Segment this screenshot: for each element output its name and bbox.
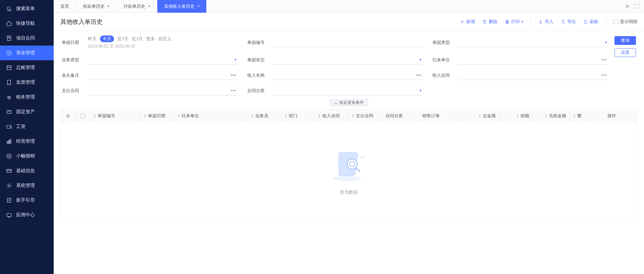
col-contract-class[interactable]: 合同分类 [382, 110, 419, 122]
import-button[interactable]: 导入 [538, 19, 553, 25]
sort-icon: ▲▼ [144, 114, 146, 118]
tab-home[interactable]: 首页 [54, 0, 76, 13]
biz-type-select[interactable]: ▾ [88, 55, 237, 65]
add-button[interactable]: 新增 [460, 19, 475, 25]
col-sales-order[interactable]: 销售订单 [419, 110, 463, 122]
tab-other-income-history[interactable]: 其他收入单历史 × [157, 0, 207, 13]
col-income-contract[interactable]: ▲▼收入合同 [315, 110, 348, 122]
col-staff[interactable]: ▲▼业务员 [248, 110, 281, 122]
more-icon: ••• [416, 73, 422, 78]
column-settings-button[interactable]: ⚙ [61, 110, 75, 122]
close-icon[interactable]: × [197, 4, 200, 9]
chevron-down-icon: ▾ [420, 88, 422, 93]
date-opt-today[interactable]: 今天 [100, 36, 114, 42]
col-tax[interactable]: ▲▼税额 [499, 110, 533, 122]
home-icon [6, 20, 12, 26]
fullscreen-icon[interactable]: ⛶ [634, 3, 639, 9]
sort-icon: ▲▼ [479, 114, 481, 118]
bill-no-input[interactable] [273, 38, 423, 47]
sidebar-item-ledger[interactable]: 总账管理 [0, 60, 54, 75]
date-opt-1m[interactable]: 近1月 [132, 36, 143, 42]
col-billdate[interactable]: ▲▼单据日期 [141, 110, 174, 122]
gear-icon: ⚙ [66, 113, 70, 119]
filter-panel: 单据日期 昨天 今天 近7天 近1月 更多 自定义 2023-06-02 至 2… [62, 36, 608, 95]
sidebar-item-tax[interactable]: 税务管理 [0, 90, 54, 105]
col-expense-contract[interactable]: ▲▼支出合同 [348, 110, 382, 122]
bill-status-select[interactable]: ▾ [273, 55, 423, 65]
svg-point-30 [333, 176, 361, 181]
sidebar-item-contract[interactable]: 项目合同 [0, 31, 54, 46]
col-billno[interactable]: ▲▼单据编号 [90, 110, 141, 122]
col-label: 部门 [289, 113, 298, 119]
sidebar-item-expense[interactable]: 小畅报销 [0, 149, 54, 163]
date-range-text: 2023-06-02 至 2023-06-02 [88, 44, 232, 49]
sidebar-item-asset[interactable]: 固定资产 [0, 105, 54, 119]
date-opt-7d[interactable]: 近7天 [117, 36, 128, 42]
more-icon: ••• [601, 57, 607, 62]
asset-icon [6, 109, 12, 115]
close-all-icon[interactable]: ✕ [625, 3, 630, 9]
guide-icon [6, 197, 12, 203]
close-icon[interactable]: × [107, 4, 110, 9]
sidebar-item-quicknav[interactable]: 快捷导航 [0, 16, 54, 31]
svg-rect-28 [506, 20, 508, 21]
chevron-up-icon: ︽ [334, 100, 337, 105]
sort-icon: ▲▼ [177, 114, 180, 118]
sidebar-item-salary[interactable]: 工资 [0, 119, 54, 134]
bill-type-select[interactable]: ▾ [459, 38, 608, 47]
sidebar-item-guide[interactable]: 新手引导 [0, 193, 54, 208]
money-icon: ¥ [6, 50, 12, 56]
sidebar-item-label: 应用中心 [16, 212, 35, 218]
sidebar-item-invoice[interactable]: 发票管理 [0, 75, 54, 90]
sidebar-item-label: 总账管理 [16, 65, 35, 71]
book-icon [6, 65, 12, 71]
sidebar-item-ops[interactable]: 经营管理 [0, 134, 54, 149]
sidebar-item-funds[interactable]: ¥ 资金管理 [0, 46, 54, 60]
print-button[interactable]: 打印 ▾ [505, 19, 523, 25]
filter-label-incomename: 收入名称 [247, 72, 273, 78]
sidebar-item-baseinfo[interactable]: 基础信息 [0, 163, 54, 178]
col-partner[interactable]: ▲▼往来单位 [174, 110, 248, 122]
tab-label: 收款单历史 [83, 3, 105, 9]
date-opt-custom[interactable]: 自定义 [158, 36, 171, 42]
svg-rect-16 [9, 140, 10, 143]
tab-label: 付款单历史 [123, 3, 145, 9]
col-notax[interactable]: ▲▼无税金额 [533, 110, 570, 122]
contract-class-select[interactable]: ▾ [273, 86, 423, 95]
expense-contract-input[interactable]: ••• [88, 86, 237, 95]
svg-rect-17 [10, 139, 11, 143]
select-all-checkbox[interactable] [75, 110, 90, 122]
tab-payment-history[interactable]: 付款单历史 × [117, 0, 157, 13]
col-total[interactable]: ▲▼总金额 [463, 110, 499, 122]
collapse-filters-button[interactable]: ︽ 收起更多条件 [329, 99, 368, 107]
col-dept[interactable]: ▲▼部门 [281, 110, 315, 122]
filter-label-headerremark: 表头备注 [62, 72, 88, 78]
sidebar-item-apps[interactable]: 应用中心 [0, 208, 54, 222]
sort-icon: ▲▼ [94, 114, 96, 118]
partner-input[interactable]: ••• [459, 55, 608, 65]
show-detail-checkbox[interactable]: 显示明细 [613, 19, 637, 25]
header-remark-input[interactable]: ••• [88, 71, 237, 80]
svg-text:¥: ¥ [8, 52, 10, 55]
empty-text: 暂无数据 [340, 189, 358, 195]
sidebar-item-system[interactable]: 系统管理 [0, 178, 54, 193]
sort-icon: ▲▼ [573, 114, 576, 118]
income-name-input[interactable]: ••• [273, 71, 423, 80]
refresh-button[interactable]: 刷新 [583, 19, 598, 25]
app-icon [6, 212, 12, 218]
filter-label-billstatus: 单据状态 [247, 57, 273, 63]
setup-button[interactable]: 设置 [614, 48, 636, 57]
checkbox-icon [613, 19, 618, 24]
col-remark[interactable]: ▲▼繁 [570, 110, 587, 122]
sort-icon: ▲▼ [352, 114, 354, 118]
delete-button[interactable]: 删除 [482, 19, 497, 25]
close-icon[interactable]: × [148, 4, 150, 9]
query-button[interactable]: 查询 [614, 36, 636, 45]
col-label: 无税金额 [549, 113, 566, 119]
sidebar-item-search[interactable]: 搜索菜单 [0, 1, 54, 16]
export-button[interactable]: 导出 [561, 19, 576, 25]
date-opt-yesterday[interactable]: 昨天 [88, 36, 97, 42]
tab-receipt-history[interactable]: 收款单历史 × [76, 0, 117, 13]
date-opt-more[interactable]: 更多 [146, 36, 155, 42]
income-contract-input[interactable]: ••• [459, 71, 608, 80]
